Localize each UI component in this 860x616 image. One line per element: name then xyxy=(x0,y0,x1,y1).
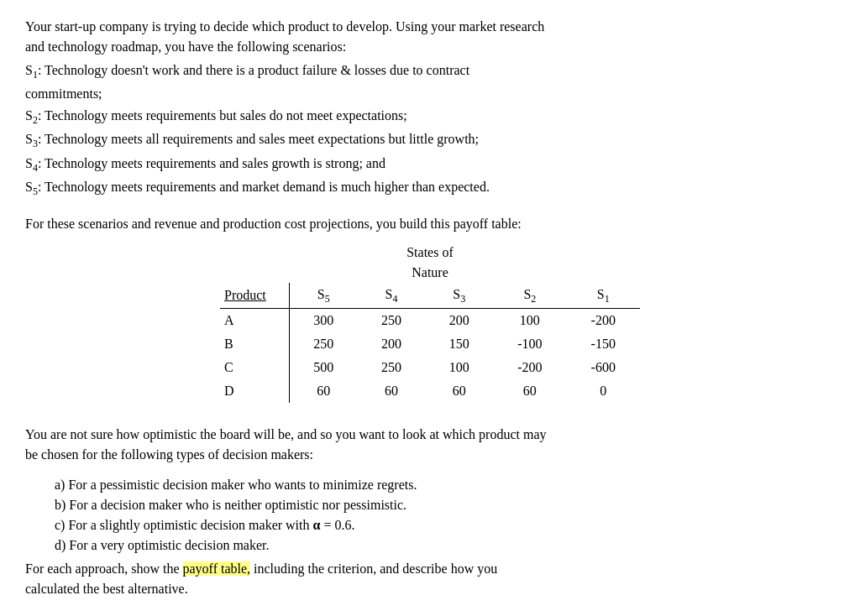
page-content: Your start-up company is trying to decid… xyxy=(25,17,835,599)
table-row: B 250 200 150 -100 -150 xyxy=(220,332,640,356)
cell-d-s4: 60 xyxy=(358,379,426,403)
cell-product-a: A xyxy=(220,309,289,333)
scenario-1-cont: commitments; xyxy=(25,84,835,104)
col-header-s3: S3 xyxy=(425,283,493,309)
col-header-s5: S5 xyxy=(289,283,357,309)
scenarios-block: S1: Technology doesn't work and there is… xyxy=(25,60,835,199)
cell-d-s2: 60 xyxy=(493,379,566,403)
cell-d-s3: 60 xyxy=(425,379,493,403)
cell-a-s2: 100 xyxy=(493,309,566,333)
intro-text-line2: and technology roadmap, you have the fol… xyxy=(25,39,346,54)
question-d: d) For a very optimistic decision maker. xyxy=(59,535,835,556)
cell-product-b: B xyxy=(220,332,289,356)
col-header-s1: S1 xyxy=(567,283,640,309)
cell-d-s5: 60 xyxy=(289,379,357,403)
scenario-3: S3: Technology meets all requirements an… xyxy=(25,129,835,151)
scenario-4: S4: Technology meets requirements and sa… xyxy=(25,154,835,175)
col-header-product: Product xyxy=(220,283,289,309)
cell-product-c: C xyxy=(220,356,289,379)
table-row: A 300 250 200 100 -200 xyxy=(220,309,640,333)
table-header-nature: Nature xyxy=(25,263,835,283)
table-header-states: States of xyxy=(25,243,835,263)
questions-intro: You are not sure how optimistic the boar… xyxy=(25,425,835,465)
scenario-5: S5: Technology meets requirements and ma… xyxy=(25,177,835,199)
question-c: c) For a slightly optimistic decision ma… xyxy=(59,515,835,535)
alpha-symbol: α xyxy=(313,518,321,532)
cell-product-d: D xyxy=(220,379,289,403)
cell-b-s2: -100 xyxy=(493,332,566,356)
table-row: D 60 60 60 60 0 xyxy=(220,379,640,403)
payoff-table: Product S5 S4 S3 S2 S1 A 300 250 200 100… xyxy=(220,283,640,403)
closing-paragraph: For each approach, show the payoff table… xyxy=(25,559,835,599)
intro-text-line1: Your start-up company is trying to decid… xyxy=(25,19,544,34)
cell-b-s3: 150 xyxy=(425,332,493,356)
questions-intro-line1: You are not sure how optimistic the boar… xyxy=(25,427,547,441)
cell-d-s1: 0 xyxy=(567,379,640,403)
cell-c-s2: -200 xyxy=(493,356,566,379)
scenario-1-label: S1: Technology doesn't work and there is… xyxy=(25,63,469,77)
highlighted-text: payoff table, xyxy=(183,561,251,576)
cell-b-s1: -150 xyxy=(567,332,640,356)
question-a: a) For a pessimistic decision maker who … xyxy=(59,475,835,495)
table-header-row: Product S5 S4 S3 S2 S1 xyxy=(220,283,640,309)
cell-a-s4: 250 xyxy=(358,309,426,333)
cell-b-s4: 200 xyxy=(358,332,426,356)
cell-c-s3: 100 xyxy=(425,356,493,379)
scenario-2: S2: Technology meets requirements but sa… xyxy=(25,106,835,128)
col-header-s2: S2 xyxy=(493,283,566,309)
cell-a-s5: 300 xyxy=(289,309,357,333)
table-section: States of Nature Product S5 S4 S3 S2 S1 … xyxy=(25,243,835,403)
questions-intro-line2: be chosen for the following types of dec… xyxy=(25,447,313,462)
intro-paragraph: Your start-up company is trying to decid… xyxy=(25,17,835,57)
cell-b-s5: 250 xyxy=(289,332,357,356)
question-b: b) For a decision maker who is neither o… xyxy=(59,495,835,515)
table-intro-text: For these scenarios and revenue and prod… xyxy=(25,214,835,234)
table-row: C 500 250 100 -200 -600 xyxy=(220,356,640,379)
cell-c-s5: 500 xyxy=(289,356,357,379)
cell-c-s4: 250 xyxy=(358,356,426,379)
col-header-s4: S4 xyxy=(358,283,426,309)
cell-c-s1: -600 xyxy=(567,356,640,379)
cell-a-s3: 200 xyxy=(425,309,493,333)
questions-list: a) For a pessimistic decision maker who … xyxy=(25,475,835,556)
cell-a-s1: -200 xyxy=(567,309,640,333)
scenario-1: S1: Technology doesn't work and there is… xyxy=(25,60,835,82)
